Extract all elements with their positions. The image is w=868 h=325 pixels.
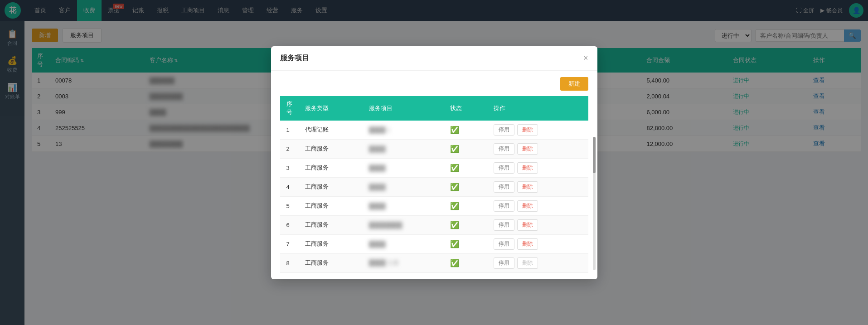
status-check-icon: ✅ xyxy=(450,126,459,134)
status-check-icon: ✅ xyxy=(450,240,459,248)
modal-cell-status: ✅ xyxy=(444,158,487,177)
service-modal: 服务项目 × 新建 序号 服务类型 服务项目 状态 操作 1 代理记账 xyxy=(271,46,597,279)
modal-cell-type: 工商服务 xyxy=(299,196,363,215)
modal-cell-status: ✅ xyxy=(444,196,487,215)
modal-cell-type: 工商服务 xyxy=(299,215,363,234)
delete-button[interactable]: 删除 xyxy=(517,219,538,231)
modal-close-button[interactable]: × xyxy=(583,54,588,62)
stop-button[interactable]: 停用 xyxy=(494,162,514,174)
modal-cell-type: 工商服务 xyxy=(299,234,363,253)
modal-cell-type: 工商服务 xyxy=(299,177,363,196)
status-check-icon: ✅ xyxy=(450,202,459,210)
delete-button[interactable]: 删除 xyxy=(517,124,538,136)
modal-cell-status: ✅ xyxy=(444,139,487,158)
modal-col-seq: 序号 xyxy=(280,96,299,121)
modal-scrollbar[interactable] xyxy=(593,137,596,270)
stop-button[interactable]: 停用 xyxy=(494,143,514,155)
modal-cell-project: ████ xyxy=(363,158,444,177)
stop-button[interactable]: 停用 xyxy=(494,200,514,212)
delete-button[interactable]: 删除 xyxy=(517,257,538,269)
service-items-table: 序号 服务类型 服务项目 状态 操作 1 代理记账 ████ 1 ✅ 停用 删除… xyxy=(280,96,588,273)
modal-cell-status: ✅ xyxy=(444,234,487,253)
modal-table-row: 4 工商服务 ████ ✅ 停用 删除 xyxy=(280,177,588,196)
modal-cell-status: ✅ xyxy=(444,253,487,272)
modal-cell-project: ████ xyxy=(363,234,444,253)
modal-cell-op: 停用 删除 xyxy=(487,253,588,272)
status-check-icon: ✅ xyxy=(450,183,459,191)
modal-table-row: 1 代理记账 ████ 1 ✅ 停用 删除 xyxy=(280,121,588,140)
stop-button[interactable]: 停用 xyxy=(494,124,514,136)
modal-cell-type: 工商服务 xyxy=(299,158,363,177)
stop-button[interactable]: 停用 xyxy=(494,257,514,269)
modal-title: 服务项目 xyxy=(280,53,309,63)
modal-cell-seq: 5 xyxy=(280,196,299,215)
modal-body: 新建 序号 服务类型 服务项目 状态 操作 1 代理记账 ████ 1 ✅ 停用 xyxy=(271,71,597,279)
modal-scrollbar-thumb xyxy=(593,137,596,173)
stop-button[interactable]: 停用 xyxy=(494,219,514,231)
status-check-icon: ✅ xyxy=(450,221,459,229)
modal-cell-status: ✅ xyxy=(444,121,487,140)
status-check-icon: ✅ xyxy=(450,145,459,153)
modal-cell-project: ████ xyxy=(363,177,444,196)
modal-cell-project: ████████ xyxy=(363,215,444,234)
modal-new-button[interactable]: 新建 xyxy=(560,77,588,91)
modal-col-project: 服务项目 xyxy=(363,96,444,121)
modal-cell-seq: 3 xyxy=(280,158,299,177)
status-check-icon: ✅ xyxy=(450,259,459,267)
modal-header: 服务项目 × xyxy=(271,46,597,71)
modal-table-row: 7 工商服务 ████ ✅ 停用 删除 xyxy=(280,234,588,253)
delete-button[interactable]: 删除 xyxy=(517,238,538,250)
modal-col-op: 操作 xyxy=(487,96,588,121)
modal-cell-type: 代理记账 xyxy=(299,121,363,140)
modal-overlay[interactable]: 服务项目 × 新建 序号 服务类型 服务项目 状态 操作 1 代理记账 xyxy=(0,0,868,325)
modal-cell-project: ████ xyxy=(363,139,444,158)
modal-cell-seq: 6 xyxy=(280,215,299,234)
modal-cell-op: 停用 删除 xyxy=(487,234,588,253)
modal-cell-seq: 8 xyxy=(280,253,299,272)
modal-col-status: 状态 xyxy=(444,96,487,121)
modal-cell-op: 停用 删除 xyxy=(487,177,588,196)
modal-cell-project: ████ 注册 xyxy=(363,253,444,272)
modal-table-row: 5 工商服务 ████ ✅ 停用 删除 xyxy=(280,196,588,215)
modal-cell-status: ✅ xyxy=(444,215,487,234)
modal-table-row: 3 工商服务 ████ ✅ 停用 删除 xyxy=(280,158,588,177)
stop-button[interactable]: 停用 xyxy=(494,181,514,193)
modal-cell-type: 工商服务 xyxy=(299,253,363,272)
modal-cell-op: 停用 删除 xyxy=(487,215,588,234)
modal-col-type: 服务类型 xyxy=(299,96,363,121)
stop-button[interactable]: 停用 xyxy=(494,238,514,250)
modal-cell-project: ████ xyxy=(363,196,444,215)
delete-button[interactable]: 删除 xyxy=(517,143,538,155)
modal-cell-seq: 7 xyxy=(280,234,299,253)
modal-cell-op: 停用 删除 xyxy=(487,139,588,158)
modal-cell-op: 停用 删除 xyxy=(487,196,588,215)
delete-button[interactable]: 删除 xyxy=(517,162,538,174)
modal-cell-status: ✅ xyxy=(444,177,487,196)
modal-toolbar: 新建 xyxy=(280,77,588,91)
modal-cell-seq: 4 xyxy=(280,177,299,196)
delete-button[interactable]: 删除 xyxy=(517,200,538,212)
modal-cell-seq: 2 xyxy=(280,139,299,158)
delete-button[interactable]: 删除 xyxy=(517,181,538,193)
modal-table-row: 8 工商服务 ████ 注册 ✅ 停用 删除 xyxy=(280,253,588,272)
modal-cell-op: 停用 删除 xyxy=(487,158,588,177)
modal-cell-op: 停用 删除 xyxy=(487,121,588,140)
modal-cell-project: ████ 1 xyxy=(363,121,444,140)
modal-table-row: 2 工商服务 ████ ✅ 停用 删除 xyxy=(280,139,588,158)
modal-cell-seq: 1 xyxy=(280,121,299,140)
status-check-icon: ✅ xyxy=(450,164,459,172)
modal-table-row: 6 工商服务 ████████ ✅ 停用 删除 xyxy=(280,215,588,234)
modal-cell-type: 工商服务 xyxy=(299,139,363,158)
